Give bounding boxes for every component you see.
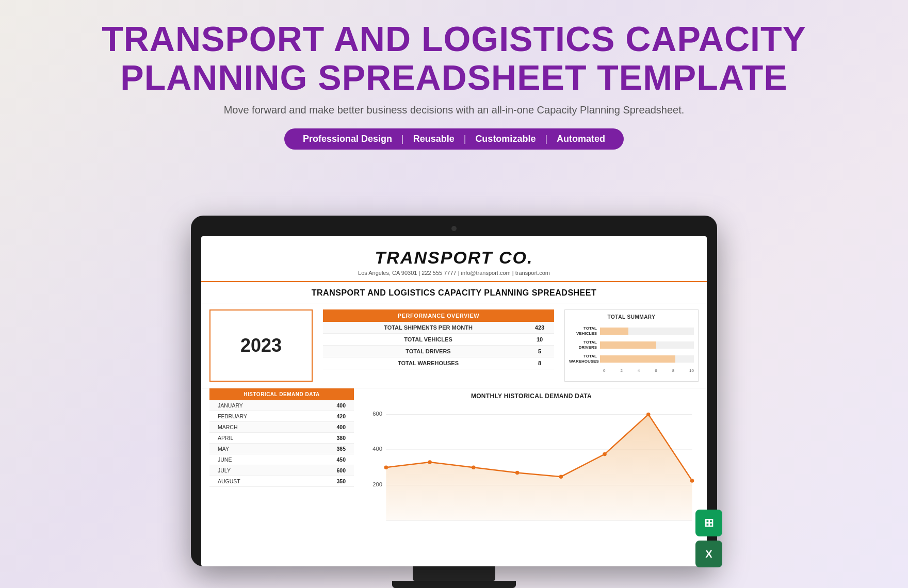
year-text: 2023 <box>240 335 282 356</box>
svg-text:600: 600 <box>372 411 382 417</box>
svg-text:400: 400 <box>372 446 382 452</box>
demand-table: HISTORICAL DEMAND DATA JANUARY 400 FEBRU… <box>209 388 354 533</box>
demand-header: HISTORICAL DEMAND DATA <box>209 388 354 400</box>
summary-title: TOTAL SUMMARY <box>569 314 694 320</box>
company-name: TRANSPORT CO. <box>212 248 696 268</box>
year-box: 2023 <box>209 309 313 382</box>
bar-fill-drivers <box>600 341 656 349</box>
demand-row-jul: JULY 600 <box>209 465 354 476</box>
monitor-wrapper: TRANSPORT CO. Los Angeles, CA 90301 | 22… <box>0 159 908 588</box>
summary-box: TOTAL SUMMARY TOTALVEHICLES <box>564 309 699 382</box>
excel-label: X <box>705 548 712 560</box>
badge-sep-1: | <box>401 134 404 144</box>
demand-row-feb: FEBRUARY 420 <box>209 411 354 422</box>
point-jul <box>646 413 650 416</box>
monitor-stand <box>413 566 495 581</box>
main-title: TRANSPORT AND LOGISTICS CAPACITY PLANNIN… <box>10 20 898 97</box>
bar-track-vehicles <box>600 328 694 335</box>
bar-track-drivers <box>600 341 694 349</box>
demand-row-jan: JANUARY 400 <box>209 400 354 411</box>
badge-sep-3: | <box>545 134 547 144</box>
point-aug <box>690 479 694 482</box>
badge-professional: Professional Design <box>303 134 392 144</box>
monitor-camera <box>451 226 457 231</box>
excel-icon[interactable]: X <box>695 541 722 567</box>
line-chart-area: MONTHLY HISTORICAL DEMAND DATA 600 400 2… <box>364 388 699 533</box>
spreadsheet-header: TRANSPORT CO. Los Angeles, CA 90301 | 22… <box>201 236 707 282</box>
svg-text:200: 200 <box>372 481 382 487</box>
badge-reusable: Reusable <box>413 134 455 144</box>
monitor-base <box>392 581 516 588</box>
chart-axis: 0246810 <box>603 368 694 373</box>
area-fill <box>386 414 692 520</box>
data-section: 2023 PERFORMANCE OVERVIEW TOTAL SHIPMENT… <box>201 303 707 388</box>
perf-row-vehicles: TOTAL VEHICLES 10 <box>323 334 554 346</box>
monitor: TRANSPORT CO. Los Angeles, CA 90301 | 22… <box>191 216 717 566</box>
bar-track-warehouses <box>600 355 694 363</box>
screen: TRANSPORT CO. Los Angeles, CA 90301 | 22… <box>201 236 707 566</box>
sheet-title: TRANSPORT AND LOGISTICS CAPACITY PLANNIN… <box>201 282 707 303</box>
point-mar <box>472 465 475 469</box>
bar-row-drivers: TOTALDRIVERS <box>569 340 694 350</box>
perf-table: PERFORMANCE OVERVIEW TOTAL SHIPMENTS PER… <box>323 309 554 382</box>
header-section: TRANSPORT AND LOGISTICS CAPACITY PLANNIN… <box>0 0 908 159</box>
line-chart-svg: 600 400 200 <box>364 403 699 531</box>
demand-row-aug: AUGUST 350 <box>209 476 354 487</box>
company-info: Los Angeles, CA 90301 | 222 555 7777 | i… <box>212 270 696 276</box>
point-jan <box>384 465 388 469</box>
demand-row-jun: JUNE 450 <box>209 454 354 465</box>
subtitle: Move forward and make better business de… <box>10 104 898 116</box>
badge-bar: Professional Design | Reusable | Customi… <box>284 128 624 150</box>
badge-customizable: Customizable <box>475 134 536 144</box>
google-sheets-icon[interactable]: ⊞ <box>695 510 722 536</box>
badge-automated: Automated <box>557 134 605 144</box>
bar-fill-warehouses <box>600 355 675 363</box>
perf-row-shipments: TOTAL SHIPMENTS PER MONTH 423 <box>323 322 554 334</box>
bar-row-warehouses: TOTALWAREHOUSES <box>569 354 694 364</box>
point-may <box>559 475 563 478</box>
demand-row-may: MAY 365 <box>209 444 354 454</box>
file-icons: ⊞ X <box>695 510 722 567</box>
point-feb <box>428 460 431 464</box>
perf-header: PERFORMANCE OVERVIEW <box>323 309 554 322</box>
bottom-section: HISTORICAL DEMAND DATA JANUARY 400 FEBRU… <box>201 388 707 537</box>
point-jun <box>603 452 606 456</box>
badge-sep-2: | <box>464 134 466 144</box>
bar-row-vehicles: TOTALVEHICLES <box>569 326 694 336</box>
bar-chart: TOTALVEHICLES TOTALDRIVERS <box>569 324 694 375</box>
demand-row-apr: APRIL 380 <box>209 433 354 444</box>
line-chart-title: MONTHLY HISTORICAL DEMAND DATA <box>364 393 699 400</box>
demand-row-mar: MARCH 400 <box>209 422 354 433</box>
perf-row-drivers: TOTAL DRIVERS 5 <box>323 346 554 357</box>
perf-row-warehouses: TOTAL WAREHOUSES 8 <box>323 357 554 369</box>
point-apr <box>515 471 519 475</box>
bar-fill-vehicles <box>600 328 628 335</box>
